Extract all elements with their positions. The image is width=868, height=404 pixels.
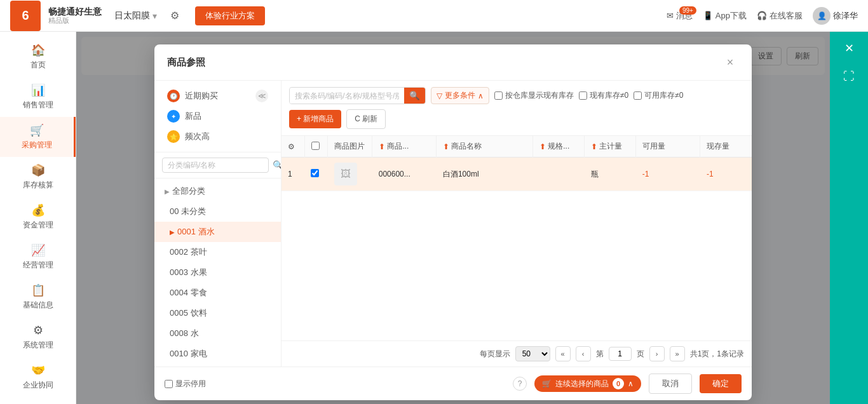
filter-icon: ▽	[437, 91, 442, 100]
category-search-icon[interactable]: 🔍	[273, 160, 281, 170]
product-table: ⚙ 商品图片	[281, 136, 752, 191]
sidebar-item-purchase[interactable]: 🛒 采购管理	[0, 117, 76, 157]
add-product-button[interactable]: + 新增商品	[289, 110, 341, 128]
store-selector[interactable]: 日太阳膜 ▾	[114, 10, 157, 22]
user-menu[interactable]: 👤 徐泽华	[813, 7, 858, 25]
teal-close-button[interactable]: ✕	[837, 37, 860, 60]
stock-nonzero-input[interactable]	[579, 91, 587, 100]
category-item-2[interactable]: 0002 茶叶	[154, 242, 281, 262]
sidebar-item-enterprise[interactable]: 🤝 企业协同	[0, 357, 76, 397]
avail-nonzero-input[interactable]	[634, 91, 642, 100]
category-list: ▶ 全部分类 00 未分类 ▶ 0001 酒水 0002 茶	[154, 178, 281, 367]
product-search-bar: 🔍	[289, 87, 426, 104]
cart-indicator[interactable]: 🛒 连续选择的商品 0 ∧	[534, 375, 641, 392]
next-page-button[interactable]: ›	[649, 346, 665, 361]
teal-expand-button[interactable]: ⛶	[837, 65, 860, 88]
confirm-button[interactable]: 确定	[700, 374, 742, 393]
category-item-3[interactable]: 0003 水果	[154, 262, 281, 283]
row-checkbox-input[interactable]	[311, 169, 319, 177]
quick-item-frequent[interactable]: ⭐ 频次高	[162, 126, 273, 147]
warehouse-checkbox-input[interactable]	[494, 91, 503, 100]
category-item-6[interactable]: 0008 水	[154, 323, 281, 344]
category-item-1[interactable]: ▶ 0001 酒水	[154, 222, 281, 242]
table-header-row: ⚙ 商品图片	[281, 136, 752, 158]
th-code[interactable]: ⬆ 商品...	[372, 136, 437, 158]
new-icon: ✦	[167, 110, 180, 123]
category-item-4[interactable]: 0004 零食	[154, 283, 281, 303]
sidebar-item-guide[interactable]: 📖 新手引导	[0, 397, 76, 404]
sidebar-item-operations[interactable]: 📈 经营管理	[0, 237, 76, 277]
category-item-7[interactable]: 0010 家电	[154, 344, 281, 364]
th-unit[interactable]: ⬆ 主计量	[585, 136, 636, 158]
th-image: 商品图片	[328, 136, 372, 158]
th-settings[interactable]: ⚙	[281, 136, 304, 158]
row-avail: -1	[636, 158, 700, 191]
sidebar-item-home[interactable]: 🏠 首页	[0, 37, 76, 77]
select-all-checkbox[interactable]	[311, 142, 320, 150]
message-icon: ✉	[667, 11, 674, 20]
show-disabled-input[interactable]	[165, 380, 173, 388]
product-table-container: ⚙ 商品图片	[281, 136, 752, 340]
last-page-button[interactable]: »	[670, 346, 685, 361]
sidebar-item-inventory[interactable]: 📦 库存核算	[0, 157, 76, 197]
help-button[interactable]: ?	[513, 377, 527, 391]
filter-more-button[interactable]: ▽ 更多条件 ∧	[431, 87, 489, 104]
sidebar-item-basic-info[interactable]: 📋 基础信息	[0, 277, 76, 317]
th-name[interactable]: ⬆ 商品名称	[437, 136, 533, 158]
th-checkbox[interactable]	[304, 136, 327, 158]
avatar: 👤	[813, 7, 831, 25]
stock-nonzero-checkbox[interactable]: 现有库存≠0	[579, 90, 628, 101]
frequent-icon: ⭐	[167, 130, 180, 143]
category-item-all[interactable]: ▶ 全部分类	[154, 181, 281, 201]
row-checkbox[interactable]	[304, 158, 327, 191]
page-label: 第	[596, 349, 604, 360]
store-dropdown-icon: ▾	[153, 11, 157, 21]
sidebar-item-sales[interactable]: 📊 销售管理	[0, 77, 76, 117]
home-icon: 🏠	[31, 43, 45, 57]
sales-icon: 📊	[31, 83, 45, 97]
search-icon: 🔍	[409, 91, 420, 100]
sort-icon2: ⬆	[443, 142, 449, 151]
first-page-button[interactable]: «	[555, 346, 571, 361]
app-download-button[interactable]: 📱 App下载	[703, 10, 747, 22]
product-search-button[interactable]: 🔍	[404, 88, 425, 104]
sidebar-item-system[interactable]: ⚙ 系统管理	[0, 317, 76, 357]
row-spec	[533, 158, 585, 191]
sidebar-item-finance[interactable]: 💰 资金管理	[0, 197, 76, 237]
sort-icon: ⬆	[379, 142, 385, 151]
warehouse-filter-checkbox[interactable]: 按仓库显示现有库存	[494, 90, 574, 101]
prev-page-button[interactable]: ‹	[576, 346, 591, 361]
category-search-input[interactable]	[162, 158, 269, 173]
product-panel: 🔍 ▽ 更多条件 ∧ 按仓库显示现有库存	[281, 81, 752, 367]
page-number-input[interactable]	[609, 347, 632, 361]
quick-item-recent[interactable]: 🕐 近期购买 ≪	[162, 86, 273, 106]
enterprise-icon: 🤝	[31, 363, 45, 377]
modal-footer: 显示停用 ? 🛒 连续选择的商品 0 ∧ 取消 确定	[154, 367, 752, 400]
product-search-input[interactable]	[290, 88, 404, 104]
quick-item-new[interactable]: ✦ 新品	[162, 106, 273, 126]
show-disabled-checkbox[interactable]: 显示停用	[165, 379, 206, 389]
table-row[interactable]: 1 🖼	[281, 158, 752, 191]
modal-close-button[interactable]: ×	[721, 53, 739, 71]
online-service-button[interactable]: 🎧 在线客服	[757, 10, 803, 22]
category-item-5[interactable]: 0005 饮料	[154, 303, 281, 323]
th-spec[interactable]: ⬆ 规格...	[533, 136, 585, 158]
avail-nonzero-checkbox[interactable]: 可用库存≠0	[634, 90, 683, 101]
exp-industry-button[interactable]: 体验行业方案	[195, 6, 265, 25]
collapse-button[interactable]: ≪	[255, 90, 268, 102]
category-item-0[interactable]: 00 未分类	[154, 201, 281, 222]
th-avail[interactable]: 可用量	[636, 136, 700, 158]
sort-icon3: ⬆	[539, 142, 546, 151]
cancel-button[interactable]: 取消	[649, 374, 692, 394]
row-name: 白酒100ml	[437, 158, 533, 191]
modal-title: 商品参照	[167, 57, 205, 69]
page-size-select[interactable]: 50 10 20 100	[515, 346, 550, 361]
row-image: 🖼	[328, 158, 372, 191]
refresh-product-button[interactable]: C 刷新	[346, 109, 386, 129]
cart-icon: 🛒	[542, 379, 552, 388]
notification-button[interactable]: ✉ 消息 99+	[667, 10, 693, 22]
th-stock[interactable]: 现存量	[700, 136, 752, 158]
chevron-up-icon: ∧	[478, 91, 484, 100]
settings-icon[interactable]: ⚙	[165, 6, 185, 26]
row-code: 000600...	[372, 158, 437, 191]
